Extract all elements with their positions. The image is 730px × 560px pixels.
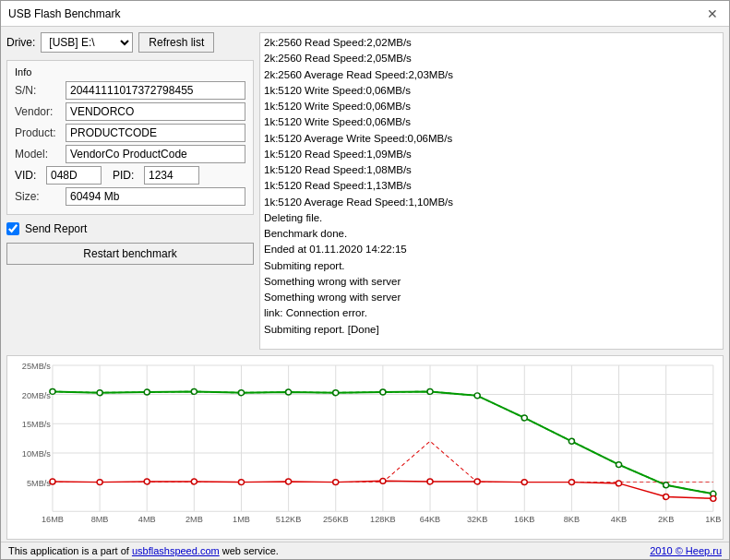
pid-label: PID:: [113, 169, 140, 182]
send-report-label[interactable]: Send Report: [25, 222, 87, 235]
svg-text:8MB: 8MB: [91, 515, 109, 524]
svg-point-52: [568, 438, 574, 444]
svg-point-62: [333, 480, 339, 485]
vid-input[interactable]: [46, 166, 102, 185]
footer-link[interactable]: usbflashspeed.com: [132, 545, 220, 556]
log-line: 1k:5120 Average Read Speed:1,10MB/s: [264, 195, 719, 210]
svg-point-70: [711, 495, 716, 501]
vid-pid-row: VID: PID:: [15, 166, 245, 185]
log-line: 2k:2560 Read Speed:2,05MB/s: [264, 51, 719, 66]
svg-text:2KB: 2KB: [658, 515, 674, 524]
svg-point-51: [521, 415, 527, 421]
svg-text:5MB/s: 5MB/s: [27, 479, 51, 488]
refresh-button[interactable]: Refresh list: [138, 32, 214, 53]
log-line: 2k:2560 Average Read Speed:2,03MB/s: [264, 67, 719, 83]
svg-text:2MB: 2MB: [185, 515, 203, 524]
svg-point-47: [333, 390, 339, 396]
window-title: USB Flash Benchmark: [8, 7, 120, 20]
serial-row: S/N:: [15, 81, 245, 100]
svg-point-67: [568, 480, 574, 485]
svg-text:128KB: 128KB: [370, 515, 396, 524]
send-report-checkbox[interactable]: [6, 222, 19, 235]
svg-text:256KB: 256KB: [323, 515, 349, 524]
log-line: Ended at 01.11.2020 14:22:15: [264, 242, 719, 257]
log-line: Something wrong with server: [264, 274, 719, 290]
svg-text:8KB: 8KB: [564, 515, 580, 524]
log-line: 1k:5120 Read Speed:1,08MB/s: [264, 162, 719, 178]
close-button[interactable]: ✕: [703, 5, 722, 23]
pid-input[interactable]: [144, 166, 199, 185]
svg-point-53: [616, 462, 621, 468]
vendor-input[interactable]: [66, 102, 245, 121]
svg-point-58: [144, 479, 150, 484]
log-line: Something wrong with server: [264, 290, 719, 305]
size-row: Size:: [15, 187, 245, 206]
heep-link[interactable]: 2010 © Heep.ru: [650, 545, 722, 556]
svg-point-68: [616, 481, 621, 486]
main-window: USB Flash Benchmark ✕ Drive: [USB] E:\ R…: [0, 0, 730, 560]
model-input[interactable]: [66, 145, 245, 163]
svg-point-60: [238, 480, 244, 485]
model-label: Model:: [15, 148, 66, 161]
svg-text:10MB/s: 10MB/s: [22, 449, 52, 459]
log-line: Benchmark done.: [264, 226, 719, 242]
log-panel[interactable]: 2k:2560 Read Speed:2,02MB/s2k:2560 Read …: [259, 32, 724, 350]
product-label: Product:: [15, 126, 66, 139]
chart-area: 5MB/s10MB/s15MB/s20MB/s25MB/s16MB8MB4MB2…: [6, 355, 724, 540]
product-input[interactable]: [66, 124, 245, 142]
svg-point-59: [191, 479, 197, 484]
svg-text:20MB/s: 20MB/s: [22, 391, 52, 400]
svg-point-61: [286, 479, 292, 484]
svg-text:4KB: 4KB: [611, 515, 627, 524]
footer-text-right: web service.: [222, 545, 279, 556]
size-label: Size:: [15, 190, 66, 203]
svg-point-65: [474, 479, 480, 484]
svg-point-49: [427, 388, 433, 394]
log-line: 1k:5120 Write Speed:0,06MB/s: [264, 114, 719, 130]
svg-point-43: [144, 389, 150, 395]
info-title: Info: [15, 66, 245, 77]
svg-text:64KB: 64KB: [420, 515, 440, 524]
log-line: Submiting report. [Done]: [264, 322, 719, 338]
log-line: Submiting report.: [264, 258, 719, 274]
svg-text:25MB/s: 25MB/s: [22, 362, 52, 371]
vendor-row: Vendor:: [15, 102, 245, 121]
footer-text-left: This application is a part of: [8, 545, 132, 556]
vid-label: VID:: [15, 169, 42, 182]
log-line: 1k:5120 Average Write Speed:0,06MB/s: [264, 131, 719, 147]
size-input[interactable]: [66, 187, 245, 206]
svg-text:32KB: 32KB: [467, 515, 487, 524]
svg-text:4MB: 4MB: [138, 515, 156, 524]
svg-point-50: [474, 393, 480, 399]
svg-text:1KB: 1KB: [705, 515, 721, 524]
footer-right: 2010 © Heep.ru: [650, 545, 722, 556]
footer-left: This application is a part of usbflashsp…: [8, 545, 279, 556]
log-line: Deleting file.: [264, 210, 719, 226]
serial-input[interactable]: [66, 81, 245, 100]
svg-point-45: [238, 390, 244, 396]
svg-point-54: [664, 483, 669, 488]
svg-text:16MB: 16MB: [42, 515, 64, 524]
svg-point-66: [521, 480, 527, 485]
model-row: Model:: [15, 145, 245, 163]
svg-point-44: [191, 388, 197, 394]
left-panel: Drive: [USB] E:\ Refresh list Info S/N: …: [6, 32, 254, 350]
log-line: 1k:5120 Write Speed:0,06MB/s: [264, 83, 719, 99]
svg-point-46: [286, 389, 292, 395]
log-line: 1k:5120 Read Speed:1,09MB/s: [264, 147, 719, 162]
svg-text:16KB: 16KB: [514, 515, 534, 524]
drive-label: Drive:: [6, 36, 35, 49]
log-line: 1k:5120 Read Speed:1,13MB/s: [264, 178, 719, 194]
drive-row: Drive: [USB] E:\ Refresh list: [6, 32, 254, 53]
restart-benchmark-button[interactable]: Restart benchmark: [6, 243, 254, 265]
info-group: Info S/N: Vendor: Product: Model:: [6, 60, 254, 215]
drive-select[interactable]: [USB] E:\: [41, 32, 133, 53]
svg-point-56: [50, 479, 55, 484]
serial-label: S/N:: [15, 84, 66, 97]
bottom-bar: This application is a part of usbflashsp…: [1, 542, 729, 559]
svg-text:1MB: 1MB: [233, 515, 250, 524]
svg-point-42: [97, 390, 102, 396]
log-line: 1k:5120 Write Speed:0,06MB/s: [264, 99, 719, 114]
svg-text:512KB: 512KB: [276, 515, 302, 524]
svg-point-57: [97, 480, 102, 485]
